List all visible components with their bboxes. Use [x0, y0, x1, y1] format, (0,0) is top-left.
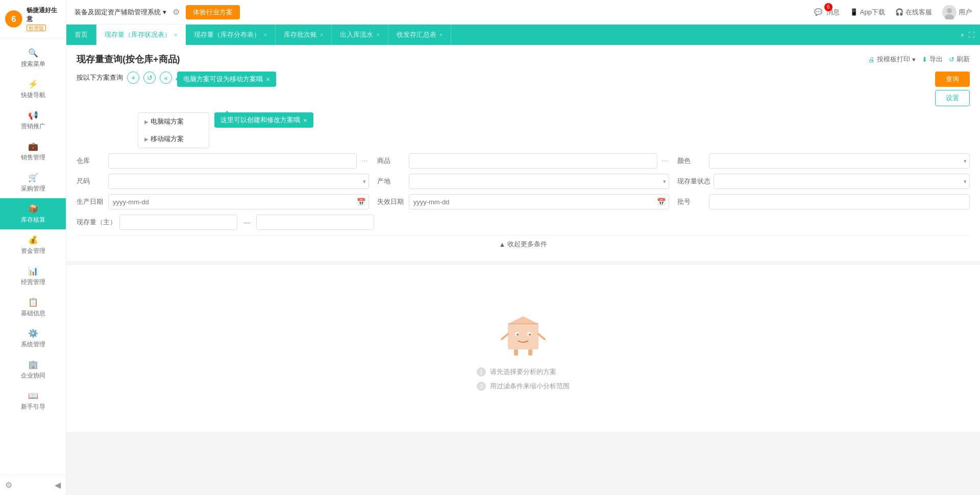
sidebar-item-sales[interactable]: 💼 销售管理	[0, 136, 66, 167]
content-area: 现存量查询(按仓库+商品) 🖨 按模板打印 ▾ ⬇ 导出 ↺ 刷新	[66, 45, 980, 495]
tab-home[interactable]: 首页	[66, 25, 96, 45]
empty-state: 1 请先选择要分析的方案 2 用过滤条件来缩小分析范围	[66, 265, 980, 432]
settings-bottom-icon[interactable]: ⚙	[5, 480, 12, 490]
tab-inventory-status[interactable]: 现存量（库存状况表） ×	[96, 25, 186, 45]
svg-line-15	[538, 334, 545, 339]
tab-inout-flow[interactable]: 出入库流水 ×	[332, 25, 388, 45]
page-actions: 🖨 按模板打印 ▾ ⬇ 导出 ↺ 刷新	[868, 55, 970, 64]
stock-status-select[interactable]	[714, 174, 970, 189]
tab-fullscreen-icon[interactable]: ⛶	[968, 31, 975, 39]
tab-recv-summary-close[interactable]: ×	[439, 32, 443, 38]
tab-inout-flow-close[interactable]: ×	[376, 32, 379, 38]
sidebar-item-marketing[interactable]: 📢 营销推广	[0, 105, 66, 136]
color-select[interactable]	[709, 153, 970, 169]
app-download-label: App下载	[860, 8, 885, 17]
logo-area: 6 畅捷通好生意 标准版	[0, 0, 66, 38]
sidebar-item-base-info-label: 基础信息	[21, 309, 45, 318]
stock-qty-separator: —	[240, 219, 253, 226]
stock-qty-max-input[interactable]	[256, 215, 374, 230]
topbar-message[interactable]: 💬 6 消息	[814, 8, 840, 17]
app-download-icon: 📱	[850, 8, 858, 16]
scheme-tooltip-close[interactable]: ×	[266, 75, 270, 83]
prod-date-wrap: 📅	[108, 194, 369, 209]
collapse-filter-btn[interactable]: ▲ 收起更多条件	[77, 235, 970, 253]
topbar-right: 💬 6 消息 📱 App下载 🎧 在线客服 用户	[814, 5, 972, 19]
size-select[interactable]	[108, 174, 369, 189]
tab-close-all-icon[interactable]: ×	[960, 31, 964, 39]
reset-button[interactable]: 设置	[935, 90, 970, 106]
sidebar-item-base-info[interactable]: 📋 基础信息	[0, 292, 66, 323]
collapse-sidebar-icon[interactable]: ◀	[55, 480, 61, 490]
tab-inventory-dist[interactable]: 现存量（库存分布表） ×	[186, 25, 275, 45]
quick-nav-icon: ⚡	[28, 79, 38, 89]
refresh-btn[interactable]: ↺ 刷新	[949, 55, 970, 64]
sidebar-item-guide[interactable]: 📖 新手引导	[0, 385, 66, 416]
batch-input[interactable]	[709, 194, 970, 209]
prev-scheme-btn[interactable]: «	[160, 72, 172, 84]
sys-name-select[interactable]: 装备及固定资产辅助管理系统 ▾	[75, 8, 166, 17]
topbar-app-download[interactable]: 📱 App下载	[850, 8, 885, 17]
tab-batch-account[interactable]: 库存批次账 ×	[276, 25, 332, 45]
prod-date-input[interactable]	[108, 194, 369, 209]
sidebar-item-quick-nav[interactable]: ⚡ 快捷导航	[0, 74, 66, 105]
tab-inventory-status-close[interactable]: ×	[174, 32, 177, 38]
warehouse-input[interactable]	[108, 153, 357, 169]
sidebar-item-purchase[interactable]: 🛒 采购管理	[0, 167, 66, 198]
scheme-mobile[interactable]: ▶ 移动端方案	[138, 130, 209, 148]
edit-tooltip-close[interactable]: ×	[303, 116, 307, 124]
tab-recv-summary-label: 收发存汇总表	[397, 30, 436, 39]
refresh-scheme-btn[interactable]: ↺	[143, 72, 156, 84]
print-btn[interactable]: 🖨 按模板打印 ▾	[868, 55, 916, 64]
refresh-icon: ↺	[949, 56, 954, 63]
tab-recv-summary[interactable]: 收发存汇总表 ×	[388, 25, 451, 45]
warehouse-label: 仓库	[77, 156, 105, 166]
scheme-desktop-arrow: ▶	[144, 119, 149, 125]
print-icon: 🖨	[868, 56, 875, 63]
origin-select[interactable]	[409, 174, 670, 189]
sidebar-nav: 🔍 搜索菜单 ⚡ 快捷导航 📢 营销推广 💼 销售管理 🛒 采购管理 📦 库存核…	[0, 38, 66, 475]
warehouse-dots-icon[interactable]: ···	[360, 156, 369, 166]
topbar-user[interactable]: 用户	[942, 5, 972, 19]
svg-rect-13	[528, 349, 532, 356]
search-button[interactable]: 查询	[935, 72, 970, 87]
scheme-desktop[interactable]: ▶ 电脑端方案	[138, 113, 209, 130]
sidebar-item-inventory[interactable]: 📦 库存核算	[0, 198, 66, 229]
topbar-settings-icon[interactable]: ⚙	[173, 7, 180, 17]
industry-btn[interactable]: 体验行业方案	[186, 5, 240, 19]
goods-label: 商品	[377, 156, 406, 166]
size-label: 尺码	[77, 177, 105, 186]
sidebar-item-system[interactable]: ⚙️ 系统管理	[0, 323, 66, 354]
goods-dots-icon[interactable]: ···	[660, 156, 669, 166]
color-label: 颜色	[677, 156, 706, 166]
exp-date-input[interactable]	[409, 194, 670, 209]
stock-qty-min-input[interactable]	[119, 215, 237, 230]
filter-cell-size: 尺码 ▾	[77, 174, 369, 189]
empty-steps: 1 请先选择要分析的方案 2 用过滤条件来缩小分析范围	[477, 367, 570, 391]
edit-scheme-tooltip: 这里可以创建和修改方案哦 ×	[214, 112, 313, 128]
sidebar-item-enterprise[interactable]: 🏢 企业协同	[0, 354, 66, 385]
sidebar-item-finance[interactable]: 💰 资金管理	[0, 229, 66, 261]
sidebar-item-operations[interactable]: 📊 经营管理	[0, 261, 66, 292]
topbar-online-support[interactable]: 🎧 在线客服	[895, 8, 932, 17]
tab-batch-account-close[interactable]: ×	[320, 32, 323, 38]
filter-label-area: 按以下方案查询 + ↺ «	[77, 72, 172, 84]
sidebar-item-operations-label: 经营管理	[21, 278, 45, 287]
export-btn[interactable]: ⬇ 导出	[922, 55, 943, 64]
sidebar-item-search[interactable]: 🔍 搜索菜单	[0, 42, 66, 74]
online-support-label: 在线客服	[905, 8, 932, 17]
sidebar-item-guide-label: 新手引导	[21, 403, 45, 411]
system-icon: ⚙️	[28, 328, 38, 338]
stock-qty-label: 现存量（主）	[77, 218, 116, 227]
guide-icon: 📖	[28, 390, 38, 400]
user-avatar	[942, 5, 957, 19]
goods-input[interactable]	[409, 153, 657, 169]
tab-inventory-dist-close[interactable]: ×	[263, 32, 266, 38]
export-icon: ⬇	[922, 56, 927, 63]
add-scheme-btn[interactable]: +	[127, 72, 139, 84]
scheme-mobile-arrow: ▶	[144, 136, 149, 142]
empty-step-1: 1 请先选择要分析的方案	[477, 367, 556, 376]
filter-row-2: 尺码 ▾ 产地 ▾ 现存量状态	[77, 174, 970, 189]
exp-date-wrap: 📅	[409, 194, 670, 209]
page-title: 现存量查询(按仓库+商品)	[77, 53, 180, 65]
tab-inventory-status-label: 现存量（库存状况表）	[105, 30, 171, 39]
